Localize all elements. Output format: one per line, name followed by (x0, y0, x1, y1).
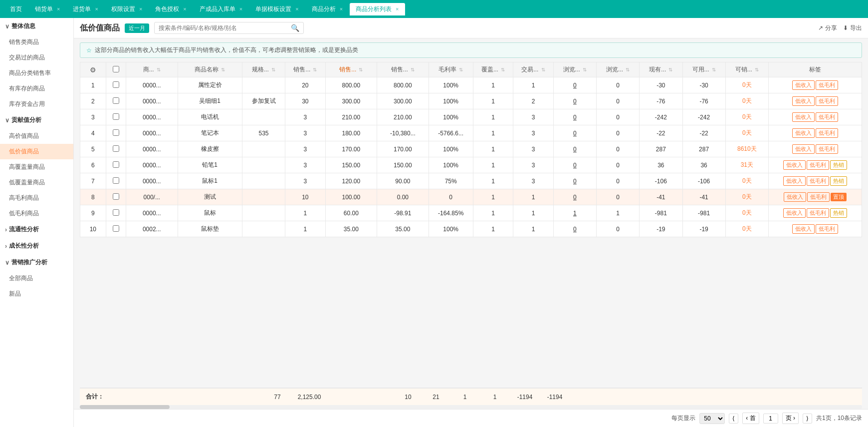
nav-role-auth[interactable]: 角色授权 × (149, 3, 192, 15)
sort-icon[interactable]: ⇅ (271, 67, 275, 72)
sort-icon[interactable]: ⇅ (459, 67, 463, 72)
row-checkbox-cell[interactable] (106, 157, 126, 173)
sidebar-section-contribution[interactable]: ∨ 贡献值分析 (0, 112, 73, 128)
nav-template[interactable]: 单据模板设置 × (249, 3, 304, 15)
close-icon[interactable]: × (57, 6, 60, 12)
row-checkbox[interactable] (113, 81, 119, 88)
nav-product-analysis-list[interactable]: 商品分析列表 × (350, 3, 405, 15)
th-browse1[interactable]: 浏览... ⇅ (553, 62, 596, 77)
browse-count-link[interactable]: 0 (573, 82, 577, 89)
th-sales-amt[interactable]: 销售... ⇅ (325, 62, 377, 77)
sidebar-section-circulation[interactable]: › 流通性分析 (0, 221, 73, 238)
sidebar-item-stock-products[interactable]: 有库存的商品 (0, 81, 73, 96)
sidebar-item-high-margin[interactable]: 高毛利商品 (0, 190, 73, 206)
browse-count-link[interactable]: 0 (573, 98, 577, 105)
close-icon[interactable]: × (183, 6, 186, 12)
page-number-input[interactable] (763, 414, 778, 424)
th-browse2[interactable]: 浏览... ⇅ (597, 62, 640, 77)
sidebar-item-low-coverage[interactable]: 低覆盖量商品 (0, 175, 73, 190)
row-checkbox-cell[interactable] (106, 173, 126, 189)
row-checkbox-cell[interactable] (106, 141, 126, 157)
close-icon[interactable]: × (239, 6, 242, 12)
table-container[interactable]: ⚙ 商... ⇅ 商品名称 ⇅ (80, 62, 862, 388)
search-box[interactable]: 🔍 (154, 22, 304, 34)
th-tag[interactable]: 标签 (769, 62, 862, 77)
select-all-checkbox[interactable] (113, 66, 119, 72)
sidebar-item-traded-products[interactable]: 交易过的商品 (0, 50, 73, 65)
row-checkbox-cell[interactable] (106, 205, 126, 221)
sort-icon[interactable]: ⇅ (541, 67, 545, 72)
close-icon[interactable]: × (95, 6, 98, 12)
sidebar-item-all-products[interactable]: 全部商品 (0, 271, 73, 286)
browse-count[interactable]: 0 (553, 141, 596, 157)
sort-icon[interactable]: ⇅ (359, 67, 363, 72)
row-checkbox[interactable] (113, 97, 119, 104)
export-button[interactable]: ⬇ 导出 (843, 24, 862, 32)
row-checkbox[interactable] (113, 129, 119, 136)
sidebar-item-low-margin[interactable]: 低毛利商品 (0, 206, 73, 221)
th-sales-gross[interactable]: 销售... ⇅ (377, 62, 429, 77)
th-available[interactable]: 可用... ⇅ (682, 62, 725, 77)
sidebar-item-low-value[interactable]: 低价值商品 (0, 144, 73, 159)
browse-count-link[interactable]: 0 (573, 162, 577, 169)
sidebar-item-sales-products[interactable]: 销售类商品 (0, 34, 73, 50)
sort-icon[interactable]: ⇅ (755, 67, 759, 72)
nav-product-in[interactable]: 产成品入库单 × (194, 3, 248, 15)
browse-count-link[interactable]: 0 (573, 114, 577, 121)
row-checkbox[interactable] (113, 145, 119, 152)
sidebar-item-high-value[interactable]: 高价值商品 (0, 128, 73, 144)
first-page-button[interactable]: ⟨ (729, 414, 738, 424)
browse-count[interactable]: 0 (553, 109, 596, 125)
th-margin[interactable]: 毛利率 ⇅ (429, 62, 473, 77)
close-icon[interactable]: × (340, 6, 343, 12)
browse-count-link[interactable]: 0 (573, 194, 577, 201)
close-icon[interactable]: × (139, 6, 142, 12)
browse-count-link[interactable]: 0 (573, 226, 577, 233)
sidebar-section-overall[interactable]: ∨ 整体信息 (0, 18, 73, 34)
browse-count[interactable]: 0 (553, 77, 596, 93)
sort-icon[interactable]: ⇅ (626, 67, 630, 72)
close-icon[interactable]: × (396, 6, 399, 12)
sort-icon[interactable]: ⇅ (501, 67, 505, 72)
page-size-select[interactable]: 50 20 100 (699, 413, 725, 424)
row-checkbox[interactable] (113, 161, 119, 168)
prev-page-button[interactable]: ‹ 首 (742, 413, 759, 424)
share-button[interactable]: ↗ 分享 (818, 24, 837, 32)
row-checkbox[interactable] (113, 193, 119, 200)
sort-icon[interactable]: ⇅ (583, 67, 587, 72)
row-checkbox[interactable] (113, 209, 119, 216)
browse-count[interactable]: 0 (553, 93, 596, 109)
nav-sales-order[interactable]: 销货单 × (29, 3, 66, 15)
sort-icon[interactable]: ⇅ (712, 67, 716, 72)
sort-icon[interactable]: ⇅ (668, 67, 672, 72)
th-trade[interactable]: 交易... ⇅ (513, 62, 554, 77)
sidebar-section-marketing[interactable]: ∨ 营销推广分析 (0, 254, 73, 271)
th-check[interactable] (106, 62, 126, 77)
nav-home[interactable]: 首页 (4, 3, 28, 15)
row-checkbox[interactable] (113, 225, 119, 232)
row-checkbox-cell[interactable] (106, 125, 126, 141)
search-input[interactable] (159, 24, 291, 31)
th-sales-qty[interactable]: 销售... ⇅ (285, 62, 326, 77)
browse-count[interactable]: 0 (553, 125, 596, 141)
row-checkbox-cell[interactable] (106, 221, 126, 237)
th-stock[interactable]: 现有... ⇅ (640, 62, 682, 77)
close-icon[interactable]: × (295, 6, 298, 12)
nav-permissions[interactable]: 权限设置 × (105, 3, 148, 15)
th-cover[interactable]: 覆盖... ⇅ (473, 62, 513, 77)
row-checkbox[interactable] (113, 113, 119, 120)
row-checkbox-cell[interactable] (106, 109, 126, 125)
row-checkbox[interactable] (113, 177, 119, 184)
th-sellable[interactable]: 可销... ⇅ (725, 62, 768, 77)
sidebar-item-new-products[interactable]: 新品 (0, 286, 73, 302)
browse-count[interactable]: 0 (553, 221, 596, 237)
gear-icon[interactable]: ⚙ (90, 66, 96, 74)
sort-icon[interactable]: ⇅ (221, 67, 225, 72)
browse-count-link[interactable]: 0 (573, 178, 577, 185)
sidebar-item-stock-capital[interactable]: 库存资金占用 (0, 96, 73, 112)
sidebar-item-category-sales-rate[interactable]: 商品分类销售率 (0, 65, 73, 81)
sort-icon[interactable]: ⇅ (313, 67, 317, 72)
row-checkbox-cell[interactable] (106, 189, 126, 205)
recent-filter-tag[interactable]: 近一月 (125, 23, 149, 33)
th-name[interactable]: 商品名称 ⇅ (178, 62, 242, 77)
